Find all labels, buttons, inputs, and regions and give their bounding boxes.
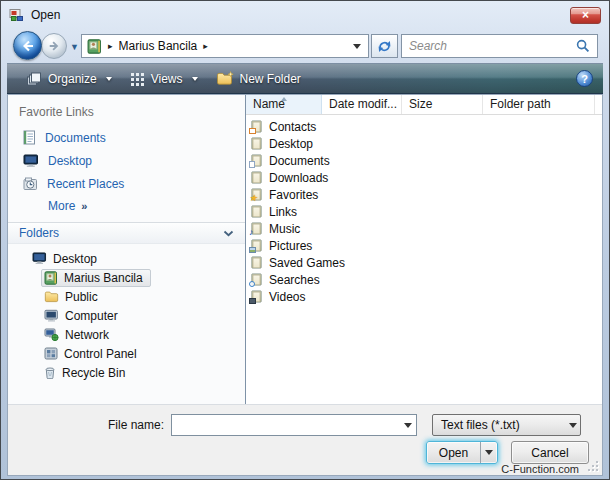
close-button[interactable]: × — [570, 7, 601, 24]
column-header-name[interactable]: Name — [246, 95, 322, 114]
list-item-videos[interactable]: Videos — [246, 288, 602, 305]
recent-places-icon — [23, 177, 38, 191]
tree-item-marius-bancila[interactable]: Marius Bancila — [8, 268, 245, 287]
file-name-dropdown-button[interactable] — [400, 415, 416, 435]
folder-icon — [44, 290, 59, 303]
favorite-link-documents[interactable]: Documents — [8, 126, 245, 149]
network-icon — [44, 328, 59, 341]
navigation-pane: Favorite Links Documents — [8, 95, 246, 404]
file-name: Desktop — [269, 137, 313, 151]
views-label: Views — [151, 72, 183, 86]
list-item-contacts[interactable]: Contacts — [246, 118, 602, 135]
file-name-input[interactable] — [172, 418, 400, 432]
folder-music-icon: ♪ — [250, 222, 263, 235]
window-title: Open — [31, 8, 60, 22]
address-breadcrumb[interactable]: ▸ Marius Bancila ▸ — [81, 34, 369, 58]
search-box — [401, 34, 598, 58]
tree-item-network[interactable]: Network — [8, 325, 245, 344]
chevron-down-icon — [223, 230, 234, 237]
favorite-links-header: Favorite Links — [8, 95, 245, 126]
breadcrumb-separator-icon[interactable]: ▸ — [203, 41, 208, 51]
title-bar[interactable]: Open × — [1, 1, 609, 29]
favorite-link-desktop[interactable]: Desktop — [8, 149, 245, 172]
tree-item-desktop[interactable]: Desktop — [8, 249, 245, 268]
address-dropdown-icon[interactable] — [353, 44, 361, 49]
tree-item-recycle-bin[interactable]: Recycle Bin — [8, 363, 245, 382]
file-name: Saved Games — [269, 256, 345, 270]
folder-documents-icon — [250, 154, 263, 167]
column-label: Date modif... — [329, 97, 397, 111]
list-item-saved-games[interactable]: Saved Games — [246, 254, 602, 271]
organize-label: Organize — [48, 72, 97, 86]
new-folder-button[interactable]: New Folder — [207, 67, 310, 90]
back-button[interactable] — [13, 31, 42, 60]
folder-pictures-icon — [250, 239, 263, 252]
app-icon — [9, 7, 25, 23]
cancel-button[interactable]: Cancel — [511, 441, 589, 464]
column-header-folder-path[interactable]: Folder path — [483, 95, 595, 114]
organize-icon — [26, 71, 42, 87]
column-label: Size — [409, 97, 432, 111]
column-header-date-modified[interactable]: Date modif... — [322, 95, 402, 114]
open-button-label[interactable]: Open — [427, 442, 480, 463]
user-profile-icon — [87, 39, 102, 54]
computer-icon — [44, 309, 59, 322]
file-name: Links — [269, 205, 297, 219]
folder-icon — [250, 137, 263, 150]
list-item-pictures[interactable]: Pictures — [246, 237, 602, 254]
favorite-link-label: Desktop — [48, 154, 92, 168]
sort-ascending-icon — [281, 97, 287, 101]
views-button[interactable]: Views — [121, 67, 207, 90]
column-header-filler — [595, 95, 602, 114]
more-label: More — [48, 199, 75, 213]
list-item-favorites[interactable]: ★ Favorites — [246, 186, 602, 203]
search-input[interactable] — [409, 39, 576, 53]
tree-item-computer[interactable]: Computer — [8, 306, 245, 325]
list-item-downloads[interactable]: Downloads — [246, 169, 602, 186]
back-arrow-icon — [21, 39, 35, 53]
forward-button[interactable] — [41, 33, 67, 59]
documents-icon — [23, 130, 36, 145]
recycle-bin-icon — [44, 366, 56, 379]
more-links-button[interactable]: More » — [8, 195, 245, 217]
help-button[interactable]: ? — [576, 70, 593, 87]
dialog-content: Favorite Links Documents — [7, 94, 603, 476]
list-item-music[interactable]: ♪ Music — [246, 220, 602, 237]
refresh-button[interactable] — [371, 34, 398, 58]
file-name: Music — [269, 222, 300, 236]
open-split-dropdown[interactable] — [480, 442, 497, 463]
views-dropdown-icon — [192, 77, 198, 81]
open-button[interactable]: Open — [426, 441, 498, 464]
list-item-desktop[interactable]: Desktop — [246, 135, 602, 152]
file-list-rows: Contacts Desktop Documents — [246, 115, 602, 305]
breadcrumb-separator-icon: ▸ — [108, 41, 113, 51]
file-type-select[interactable]: Text files (*.txt) — [432, 414, 581, 436]
nav-history-chevron-icon[interactable]: ▼ — [70, 42, 79, 52]
organize-button[interactable]: Organize — [17, 67, 121, 91]
file-name-label: File name: — [8, 418, 164, 432]
desktop-icon — [23, 154, 39, 168]
chevron-down-icon — [485, 450, 493, 455]
search-icon — [576, 39, 590, 53]
column-header-size[interactable]: Size — [402, 95, 483, 114]
file-name: Downloads — [269, 171, 328, 185]
breadcrumb-location[interactable]: Marius Bancila — [119, 39, 198, 53]
tree-item-control-panel[interactable]: Control Panel — [8, 344, 245, 363]
dialog-footer: File name: Text files (*.txt) Open Cance… — [8, 404, 602, 475]
folders-expander[interactable]: Folders — [8, 222, 245, 244]
chevron-down-icon — [569, 423, 577, 428]
list-item-searches[interactable]: Searches — [246, 271, 602, 288]
folder-icon — [250, 171, 263, 184]
new-folder-label: New Folder — [240, 72, 301, 86]
favorite-link-label: Recent Places — [47, 177, 124, 191]
list-item-documents[interactable]: Documents — [246, 152, 602, 169]
new-folder-icon — [216, 71, 234, 86]
list-item-links[interactable]: Links — [246, 203, 602, 220]
chevron-down-icon — [404, 423, 412, 428]
tree-item-public[interactable]: Public — [8, 287, 245, 306]
navigation-bar: ▼ ▸ Marius Bancila ▸ — [1, 29, 609, 63]
favorite-link-recent-places[interactable]: Recent Places — [8, 172, 245, 195]
main-area: Favorite Links Documents — [8, 95, 602, 404]
resize-grip[interactable] — [587, 460, 598, 471]
column-label: Folder path — [490, 97, 551, 111]
